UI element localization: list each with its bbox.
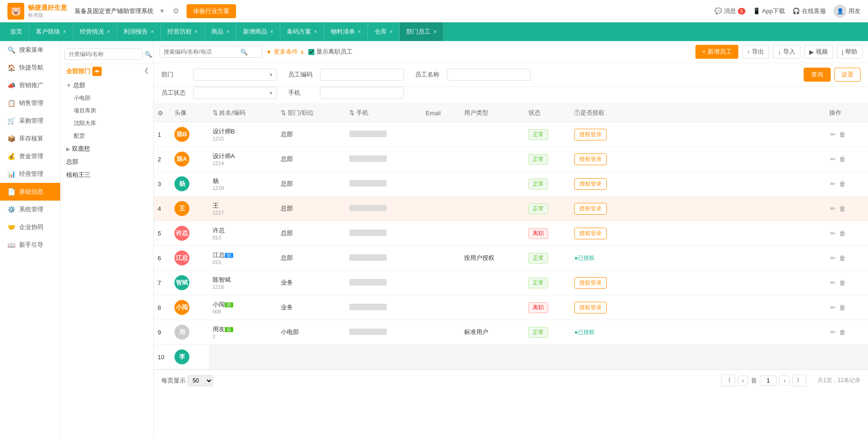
- edit-button[interactable]: ✏: [829, 253, 837, 263]
- auth-button[interactable]: 授权登录: [574, 129, 607, 140]
- tab-close-icon[interactable]: ×: [433, 28, 437, 35]
- export-button[interactable]: ↑ 导出: [742, 45, 770, 59]
- delete-button[interactable]: 🗑: [838, 204, 847, 213]
- settings-button[interactable]: 设置: [834, 68, 861, 82]
- nav-tab-新增商品[interactable]: 新增商品×: [236, 22, 280, 41]
- query-button[interactable]: 查询: [804, 68, 831, 82]
- per-page-select[interactable]: 50 100: [187, 375, 213, 386]
- auth-button[interactable]: 授权登录: [574, 153, 607, 165]
- message-btn[interactable]: 💬 消息 5: [715, 7, 745, 15]
- dept-search-input[interactable]: [64, 49, 143, 60]
- sidebar-item-finance[interactable]: 💰资金管理: [0, 147, 60, 165]
- system-name-arrow[interactable]: ▼: [159, 7, 165, 14]
- sidebar-item-system[interactable]: ⚙️系统管理: [0, 201, 60, 218]
- trial-button[interactable]: 体验行业方案: [187, 4, 236, 18]
- sidebar-item-basic[interactable]: 📄基础信息: [0, 183, 60, 201]
- video-button[interactable]: ▶ 视频: [804, 45, 833, 59]
- edit-button[interactable]: ✏: [829, 303, 837, 312]
- search-icon[interactable]: 🔍: [240, 49, 248, 56]
- edit-button[interactable]: ✏: [829, 328, 837, 337]
- edit-button[interactable]: ✏: [829, 204, 837, 213]
- th-dept[interactable]: ⇅ 部门/职位: [277, 104, 346, 122]
- auth-button[interactable]: 授权登录: [574, 302, 607, 314]
- filter-status-select[interactable]: [193, 87, 277, 99]
- tab-close-icon[interactable]: ×: [226, 28, 229, 35]
- delete-button[interactable]: 🗑: [838, 303, 847, 312]
- dept-item-xiaodian[interactable]: 小电部: [61, 92, 153, 105]
- sidebar-item-quick-nav[interactable]: 🏠快捷导航: [0, 59, 60, 77]
- nav-tab-物料清单[interactable]: 物料清单×: [324, 22, 368, 41]
- sidebar-item-guide[interactable]: 📖新手引导: [0, 236, 60, 254]
- tab-close-icon[interactable]: ×: [389, 28, 393, 35]
- add-employee-button[interactable]: + 新增员工: [695, 45, 738, 59]
- tab-close-icon[interactable]: ×: [314, 28, 317, 35]
- delete-button[interactable]: 🗑: [838, 229, 847, 238]
- th-name[interactable]: ⇅ 姓名/编码: [209, 104, 278, 122]
- nav-tab-部门员工[interactable]: 部门员工×: [400, 22, 444, 41]
- sidebar-item-cooperation[interactable]: 🤝企业协同: [0, 218, 60, 236]
- sidebar-item-inventory[interactable]: 📦库存核算: [0, 130, 60, 147]
- dept-header[interactable]: 全部部门 ✏ 《: [61, 64, 153, 79]
- delete-button[interactable]: 🗑: [838, 253, 847, 263]
- nav-tab-首页[interactable]: 首页: [4, 22, 29, 41]
- dept-collapse-btn[interactable]: 《: [141, 67, 148, 76]
- tab-close-icon[interactable]: ×: [151, 28, 154, 35]
- filter-dept-select[interactable]: [193, 69, 277, 81]
- tab-close-icon[interactable]: ×: [63, 28, 66, 35]
- gear-icon[interactable]: ⚙: [173, 7, 179, 15]
- auth-button[interactable]: 授权登录: [574, 178, 607, 190]
- th-phone[interactable]: ⇅ 手机: [346, 104, 422, 122]
- app-download-btn[interactable]: 📱 App下载: [753, 7, 785, 15]
- sidebar-item-purchase[interactable]: 🛒采购管理: [0, 112, 60, 130]
- delete-button[interactable]: 🗑: [838, 130, 847, 139]
- search-input[interactable]: [164, 49, 238, 55]
- edit-button[interactable]: ✏: [829, 154, 837, 164]
- more-filter-btn[interactable]: ▼ 更多条件 ∧: [266, 48, 305, 56]
- dept-edit-icon[interactable]: ✏: [92, 67, 102, 76]
- auth-button[interactable]: 授权登录: [574, 228, 607, 239]
- tab-close-icon[interactable]: ×: [194, 28, 198, 35]
- dept-item-project[interactable]: 项目库房: [61, 105, 153, 117]
- sidebar-item-operation[interactable]: 📊经营管理: [0, 165, 60, 183]
- prev-page-btn[interactable]: ‹: [738, 376, 748, 386]
- tab-close-icon[interactable]: ×: [107, 28, 110, 35]
- edit-button[interactable]: ✏: [829, 130, 837, 139]
- help-button[interactable]: | 帮助: [837, 45, 862, 59]
- first-page-btn[interactable]: 《: [721, 375, 735, 386]
- dept-search-icon[interactable]: 🔍: [145, 51, 152, 58]
- delete-button[interactable]: 🗑: [838, 278, 847, 287]
- page-input[interactable]: [760, 376, 777, 386]
- show-resign-toggle[interactable]: 显示离职员工: [308, 48, 353, 56]
- user-area[interactable]: 👤 用友: [833, 5, 861, 18]
- sidebar-item-marketing[interactable]: 📣营销推广: [0, 77, 60, 94]
- nav-tab-经营历程[interactable]: 经营历程×: [161, 22, 205, 41]
- nav-tab-商品[interactable]: 商品×: [205, 22, 236, 41]
- nav-tab-客户联络[interactable]: 客户联络×: [29, 22, 73, 41]
- delete-button[interactable]: 🗑: [838, 328, 847, 337]
- nav-tab-条码方案[interactable]: 条码方案×: [280, 22, 324, 41]
- dept-group-title-zonbu[interactable]: ▼ 总部: [61, 79, 153, 92]
- next-page-btn[interactable]: ›: [779, 376, 790, 386]
- nav-tab-利润报告[interactable]: 利润报告×: [117, 22, 161, 41]
- import-button[interactable]: ↓ 导入: [773, 45, 800, 59]
- filter-emp-code-input[interactable]: [320, 69, 404, 81]
- edit-button[interactable]: ✏: [829, 179, 837, 188]
- dept-group-title-zongbu2[interactable]: 总部: [61, 155, 153, 168]
- dept-group-title-shuanglu[interactable]: ▶ 双鹿想: [61, 142, 153, 155]
- sidebar-item-search[interactable]: 🔍搜索菜单: [0, 41, 60, 59]
- nav-tab-仓库[interactable]: 仓库×: [368, 22, 400, 41]
- tab-close-icon[interactable]: ×: [358, 28, 361, 35]
- auth-button[interactable]: 授权登录: [574, 277, 607, 289]
- dept-item-shenyang[interactable]: 沈阳大库: [61, 117, 153, 130]
- auth-button[interactable]: 授权登录: [574, 203, 607, 215]
- filter-phone-input[interactable]: [320, 87, 404, 99]
- dept-item-peihuo[interactable]: 配货: [61, 130, 153, 142]
- last-page-btn[interactable]: 》: [792, 375, 806, 386]
- tab-close-icon[interactable]: ×: [270, 28, 273, 35]
- edit-button[interactable]: ✏: [829, 278, 837, 287]
- nav-tab-经营情况[interactable]: 经营情况×: [73, 22, 117, 41]
- show-resign-checkbox[interactable]: [308, 49, 314, 55]
- sidebar-item-sales[interactable]: 📋销售管理: [0, 94, 60, 112]
- th-settings[interactable]: ⚙: [154, 104, 171, 122]
- filter-emp-name-input[interactable]: [447, 69, 531, 81]
